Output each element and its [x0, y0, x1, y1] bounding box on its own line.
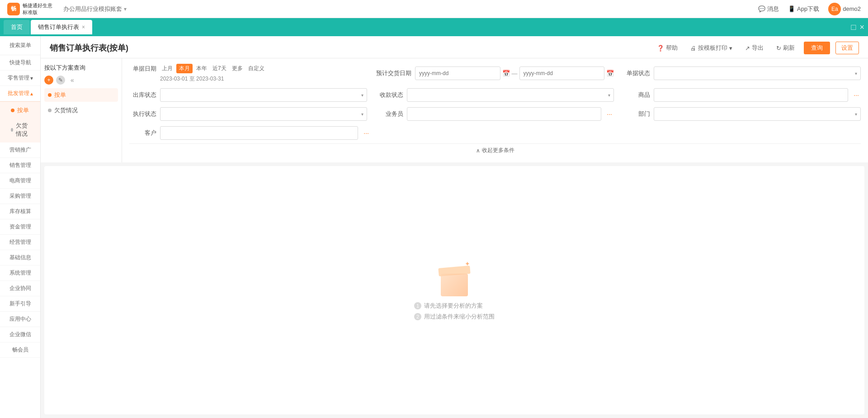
- collapse-left-button[interactable]: «: [68, 76, 77, 85]
- empty-state: ✦ 1 请先选择要分析的方案 2 用过滤条件来缩小分析范围: [44, 166, 864, 414]
- calendar-icon[interactable]: 📅: [502, 70, 510, 77]
- shortcut-this-month[interactable]: 本月: [176, 64, 193, 73]
- expected-date-from[interactable]: [415, 66, 500, 80]
- shortcut-last-month[interactable]: 上月: [160, 64, 175, 73]
- dept-select[interactable]: [654, 107, 861, 121]
- scheme-item-order[interactable]: 按单: [44, 88, 118, 102]
- filter-row-3: 执行状态 ▾ 业务员 ···: [129, 107, 861, 121]
- filter-left: 按以下方案查询 + ✎ «: [41, 58, 122, 162]
- edit-scheme-button[interactable]: ✎: [56, 76, 65, 85]
- sidebar-item-app-center[interactable]: 应用中心: [0, 312, 40, 327]
- filter-item-date: 单据日期 上月 本月 本年 近7天 更多 自定义: [129, 64, 367, 83]
- exec-select[interactable]: [160, 107, 367, 121]
- goods-dots-button[interactable]: ···: [852, 91, 861, 99]
- tab-close-icon[interactable]: ×: [82, 24, 85, 30]
- empty-box: [441, 274, 468, 296]
- logo-icon: 畅: [7, 3, 20, 15]
- add-scheme-button[interactable]: +: [44, 76, 53, 85]
- shortcut-custom[interactable]: 自定义: [246, 64, 266, 73]
- salesperson-dots-button[interactable]: ···: [605, 110, 614, 118]
- shortcut-this-year[interactable]: 本年: [194, 64, 209, 73]
- message-icon: 💬: [758, 5, 765, 12]
- settings-button[interactable]: 设置: [835, 42, 859, 54]
- message-button[interactable]: 💬 消息: [758, 5, 779, 13]
- sidebar-item-collab[interactable]: 企业协同: [0, 281, 40, 296]
- goods-input[interactable]: [654, 88, 848, 102]
- filter-row-4: 客户 ···: [129, 126, 371, 140]
- top-bar-right: 💬 消息 📱 App下载 Ea demo2: [758, 3, 861, 15]
- expected-date-range: 📅 — 📅: [415, 66, 614, 80]
- sidebar-sub-item-order[interactable]: 按单: [4, 104, 37, 117]
- tab-home[interactable]: 首页: [4, 20, 30, 34]
- expected-date-to[interactable]: [519, 66, 605, 80]
- tab-sales-order[interactable]: 销售订单执行表 ×: [31, 20, 92, 34]
- sidebar-sub-item-shortage[interactable]: 欠货情况: [4, 119, 37, 141]
- receipt-select[interactable]: [407, 88, 614, 102]
- status-select[interactable]: [654, 66, 861, 80]
- sidebar-search-label[interactable]: 搜索菜单: [4, 40, 37, 51]
- export-icon: ↗: [745, 45, 750, 52]
- dept-select-wrapper: ▾: [654, 107, 861, 121]
- page-header-actions: ❓ 帮助 🖨 按模板打印 ▾ ↗ 导出 ↻ 刷新 查询: [653, 42, 859, 54]
- tab-close-all-icon[interactable]: ×: [859, 23, 864, 32]
- salesperson-input[interactable]: [407, 107, 601, 121]
- tab-restore-icon[interactable]: □: [851, 23, 856, 32]
- help-button[interactable]: ❓ 帮助: [653, 42, 681, 54]
- out-stock-select-wrapper: ▾: [160, 88, 367, 102]
- sidebar-item-retail[interactable]: 零售管理 ▾: [0, 71, 40, 86]
- sidebar-item-quick-nav[interactable]: 快捷导航: [0, 55, 40, 71]
- dot-icon: [11, 109, 14, 112]
- sidebar-item-wholesale[interactable]: 批发管理 ▴: [0, 86, 40, 101]
- date-label: 单据日期: [129, 65, 156, 73]
- shortcut-more[interactable]: 更多: [230, 64, 245, 73]
- customer-input[interactable]: [160, 126, 358, 140]
- filter-item-expected-date: 预计交货日期 📅 — 📅: [376, 64, 614, 83]
- sidebar-item-purchase[interactable]: 采购管理: [0, 189, 40, 204]
- out-stock-label: 出库状态: [129, 91, 156, 99]
- chevron-down-icon: ▾: [30, 75, 33, 81]
- shortcut-7days[interactable]: 近7天: [211, 64, 228, 73]
- exec-label: 执行状态: [129, 110, 156, 118]
- page-title: 销售订单执行表(按单): [50, 43, 128, 53]
- sidebar-item-wechat[interactable]: 企业微信: [0, 327, 40, 342]
- filter-layout: 按以下方案查询 + ✎ «: [41, 58, 868, 162]
- filter-item-goods: 商品 ···: [623, 88, 861, 102]
- step-num-2: 2: [414, 313, 421, 320]
- calendar-icon-2[interactable]: 📅: [606, 70, 614, 77]
- export-button[interactable]: ↗ 导出: [741, 42, 767, 54]
- top-bar: 畅 畅捷通好生意 标准版 办公用品行业模拟账套 ▾ 💬 消息 📱 App下载 E…: [0, 0, 868, 18]
- customer-dots-button[interactable]: ···: [362, 129, 371, 137]
- collapse-filters-button[interactable]: ∧ 收起更多条件: [129, 143, 861, 157]
- expected-date-label: 预计交货日期: [376, 69, 411, 77]
- empty-text-item-2: 2 用过滤条件来缩小分析范围: [414, 313, 495, 321]
- print-button[interactable]: 🖨 按模板打印 ▾: [687, 42, 736, 54]
- refresh-icon: ↻: [776, 45, 781, 52]
- sidebar-item-inventory[interactable]: 库存核算: [0, 204, 40, 219]
- app-download-button[interactable]: 📱 App下载: [788, 5, 819, 13]
- sidebar-item-marketing[interactable]: 营销推广: [0, 142, 40, 158]
- out-stock-select[interactable]: [160, 88, 367, 102]
- breadcrumb-arrow-icon[interactable]: ▾: [124, 6, 127, 12]
- refresh-button[interactable]: ↻ 刷新: [773, 42, 798, 54]
- sidebar-item-finance[interactable]: 资金管理: [0, 219, 40, 235]
- user-avatar-button[interactable]: Ea demo2: [828, 3, 861, 15]
- sidebar-item-basic-info[interactable]: 基础信息: [0, 250, 40, 266]
- help-icon: ❓: [657, 45, 664, 52]
- date-sep: —: [512, 70, 518, 77]
- main-layout: 搜索菜单 快捷导航 零售管理 ▾ 批发管理 ▴ 按单 欠货情况 营销推广: [0, 36, 868, 418]
- sidebar-item-system[interactable]: 系统管理: [0, 266, 40, 281]
- scheme-dot-icon: [48, 109, 52, 112]
- sidebar-item-guide[interactable]: 新手引导: [0, 296, 40, 312]
- sidebar-item-sales[interactable]: 销售管理: [0, 158, 40, 173]
- app-icon: 📱: [788, 5, 795, 12]
- step-num-1: 1: [414, 302, 421, 309]
- sidebar-item-member[interactable]: 畅会员: [0, 342, 40, 358]
- query-button[interactable]: 查询: [804, 42, 830, 54]
- scheme-item-shortage[interactable]: 欠货情况: [44, 104, 118, 117]
- sidebar-sub-section: 按单 欠货情况: [0, 101, 40, 142]
- collapse-icon: ∧: [476, 147, 480, 154]
- sidebar-item-business[interactable]: 经营管理: [0, 235, 40, 250]
- avatar: Ea: [828, 3, 841, 15]
- filter-item-receipt: 收款状态 ▾: [376, 88, 614, 102]
- sidebar-item-ecommerce[interactable]: 电商管理: [0, 173, 40, 189]
